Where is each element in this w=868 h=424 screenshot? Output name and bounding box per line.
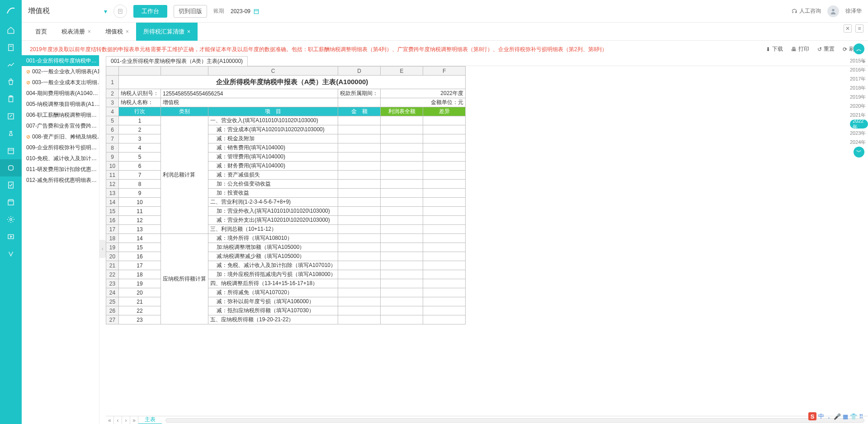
tab-close-icon[interactable]: × — [126, 29, 129, 35]
cell[interactable]: 减：销售费用(填写A104000) — [208, 143, 338, 152]
cell[interactable]: 差异 — [423, 107, 466, 116]
cell[interactable]: 14 — [119, 234, 161, 243]
cell[interactable]: 4 — [119, 143, 161, 152]
nav-home-icon[interactable] — [0, 22, 22, 39]
cell[interactable] — [381, 125, 423, 134]
cell[interactable]: 15 — [119, 243, 161, 252]
cell[interactable] — [423, 288, 466, 297]
tab-3[interactable]: 所得税汇算清缴× — [136, 23, 198, 41]
cell[interactable]: 20 — [119, 288, 161, 297]
cell[interactable]: 减：税金及附加 — [208, 134, 338, 143]
cell[interactable]: D — [338, 67, 381, 76]
nav-archive-icon[interactable] — [0, 194, 22, 211]
period-picker[interactable]: 2023-09 — [231, 8, 259, 14]
cell[interactable] — [423, 116, 466, 125]
cell[interactable]: 16 — [106, 216, 119, 225]
sheet-first-icon[interactable]: « — [106, 416, 114, 424]
nav-settings-icon[interactable] — [0, 211, 22, 228]
year-item[interactable]: 2023年 — [850, 129, 868, 138]
cell[interactable] — [338, 116, 381, 125]
cell[interactable]: 14 — [106, 198, 119, 207]
sheet-last-icon[interactable]: » — [130, 416, 138, 424]
cell[interactable] — [381, 306, 423, 315]
cell[interactable] — [338, 98, 381, 107]
cell[interactable] — [423, 261, 466, 270]
cell[interactable]: 税款所属期间： — [338, 89, 381, 98]
cell[interactable]: 利润总额计算 — [161, 116, 208, 234]
cell[interactable]: 24 — [106, 288, 119, 297]
cell[interactable]: 利润表全额 — [381, 107, 423, 116]
tree-item[interactable]: 011-研发费用加计扣除优惠… — [22, 164, 99, 175]
cell[interactable] — [381, 261, 423, 270]
reset-button[interactable]: ↺重置 — [817, 45, 835, 53]
cell[interactable]: 三、利润总额（10+11-12） — [208, 225, 338, 234]
ime-logo[interactable]: S — [808, 412, 816, 420]
cell[interactable] — [423, 207, 466, 216]
year-item[interactable]: 2024年 — [850, 138, 868, 147]
year-item[interactable]: 2019年 — [850, 92, 868, 101]
cell[interactable]: 6 — [119, 162, 161, 171]
cell[interactable]: 12 — [106, 180, 119, 189]
year-item[interactable]: 2016年 — [850, 65, 868, 74]
cell[interactable] — [338, 180, 381, 189]
cell[interactable] — [423, 143, 466, 152]
cell[interactable]: 1 — [119, 116, 161, 125]
cell[interactable]: 4 — [106, 107, 119, 116]
tree-item[interactable]: 004-期间费用明细表(A1040… — [22, 88, 99, 99]
cell[interactable] — [423, 243, 466, 252]
cell[interactable]: 四、纳税调整后所得（13-14+15-16-17+18） — [208, 279, 338, 288]
cell[interactable] — [381, 171, 423, 180]
nav-v-icon[interactable] — [0, 245, 22, 262]
cell[interactable] — [381, 234, 423, 243]
cell[interactable]: 5 — [119, 152, 161, 162]
cell[interactable]: 1 — [106, 76, 119, 89]
cell[interactable]: 12 — [119, 216, 161, 225]
tree-item[interactable]: ⊘002-一般企业收入明细表(A1… — [22, 66, 99, 77]
sheet-tab[interactable]: 主表 — [138, 416, 162, 424]
cell[interactable] — [338, 252, 381, 261]
cell[interactable]: 21 — [106, 261, 119, 270]
sheet-prev-icon[interactable]: ‹ — [114, 416, 122, 424]
nav-clipboard-icon[interactable] — [0, 91, 22, 108]
cell[interactable]: 22 — [119, 306, 161, 315]
cell[interactable]: 五、应纳税所得额（19-20-21-22） — [208, 315, 338, 324]
cell[interactable] — [381, 189, 423, 198]
oldversion-button[interactable]: 切到旧版 — [174, 5, 207, 18]
cell[interactable] — [338, 207, 381, 216]
cell[interactable]: 16 — [119, 252, 161, 261]
cell[interactable]: 17 — [119, 261, 161, 270]
ime-skin-icon[interactable]: 👕 — [850, 413, 857, 420]
tree-item[interactable]: ⊘008-资产折旧、摊销及纳税… — [22, 131, 99, 142]
tab-0[interactable]: 首页 — [28, 23, 54, 41]
cell[interactable]: 加：境外应税所得抵减境内亏损（填写A108000） — [208, 270, 338, 279]
year-item[interactable]: 2020年 — [850, 101, 868, 110]
cell[interactable]: 减：资产减值损失 — [208, 171, 338, 180]
cell[interactable] — [381, 243, 423, 252]
tree-item[interactable]: 005-纳税调整项目明细表(A1… — [22, 99, 99, 110]
cell[interactable]: 行次 — [119, 107, 161, 116]
cell[interactable] — [423, 162, 466, 171]
tab-2[interactable]: 增值税× — [98, 23, 136, 41]
ime-clip-icon[interactable]: ▦ — [843, 413, 848, 420]
cell[interactable] — [338, 225, 381, 234]
close-tab-icon[interactable]: ✕ — [844, 24, 852, 33]
cell[interactable]: 2 — [106, 89, 119, 98]
nav-calendar-icon[interactable] — [0, 142, 22, 159]
cell[interactable]: 8 — [119, 180, 161, 189]
cell[interactable] — [423, 216, 466, 225]
cell[interactable] — [338, 270, 381, 279]
cell[interactable] — [423, 152, 466, 162]
cell[interactable]: 2 — [119, 125, 161, 134]
cell[interactable] — [423, 134, 466, 143]
cell[interactable] — [381, 297, 423, 306]
cell[interactable]: 加：公允价值变动收益 — [208, 180, 338, 189]
tree-item[interactable]: 001-企业所得税年度纳税申… — [22, 55, 99, 66]
cell[interactable]: 减：管理费用(填写A104000) — [208, 152, 338, 162]
tree-collapse-handle[interactable]: ‹ — [99, 240, 106, 258]
hscrollbar[interactable] — [165, 418, 864, 423]
cell[interactable] — [423, 180, 466, 189]
cell[interactable]: 9 — [119, 189, 161, 198]
company-selector[interactable]: 增值税 ▾ — [28, 6, 107, 16]
nav-report-icon[interactable] — [0, 176, 22, 194]
cell[interactable] — [381, 152, 423, 162]
